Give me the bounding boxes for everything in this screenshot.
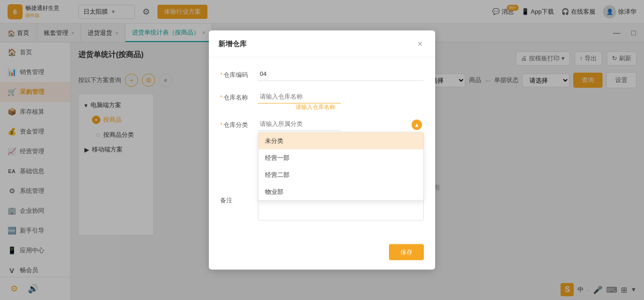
warehouse-category-wrapper: ▲	[258, 117, 424, 131]
dropdown-option-ops1[interactable]: 经营一部	[258, 150, 423, 167]
warehouse-name-label: 仓库名称	[220, 90, 258, 102]
warehouse-name-input[interactable]	[258, 90, 341, 104]
warehouse-category-input[interactable]	[258, 117, 341, 131]
warehouse-category-row: 仓库分类 ▲ 未分类 经营一部 经营二部 物业部	[220, 117, 424, 131]
category-dropdown-toggle[interactable]: ▲	[412, 120, 422, 130]
warehouse-category-label: 仓库分类	[220, 117, 258, 129]
warehouse-name-error: 请输入仓库名称	[296, 103, 335, 111]
warehouse-code-row: 仓库编码	[220, 67, 424, 81]
dropdown-option-ops2[interactable]: 经营二部	[258, 167, 423, 183]
modal-header: 新增仓库 ×	[209, 31, 435, 58]
warehouse-notes-label: 备注	[220, 192, 258, 205]
save-button[interactable]: 保存	[389, 244, 424, 260]
modal-footer: 保存	[209, 239, 435, 270]
modal-close-button[interactable]: ×	[414, 38, 426, 50]
dropdown-option-uncategorized[interactable]: 未分类	[258, 133, 423, 150]
modal-title: 新增仓库	[218, 39, 247, 48]
dropdown-option-property[interactable]: 物业部	[258, 183, 423, 200]
warehouse-code-input[interactable]	[258, 67, 424, 81]
warehouse-name-wrapper: 请输入仓库名称	[258, 90, 424, 104]
category-dropdown-list: 未分类 经营一部 经营二部 物业部	[258, 132, 424, 201]
modal-body: 仓库编码 仓库名称 请输入仓库名称 仓库分类 ▲ 未分类 经营一部 经营二部 物	[209, 58, 435, 239]
warehouse-name-row: 仓库名称 请输入仓库名称	[220, 90, 424, 104]
new-warehouse-modal: 新增仓库 × 仓库编码 仓库名称 请输入仓库名称 仓库分类 ▲ 未分类	[209, 31, 435, 270]
warehouse-code-label: 仓库编码	[220, 67, 258, 79]
